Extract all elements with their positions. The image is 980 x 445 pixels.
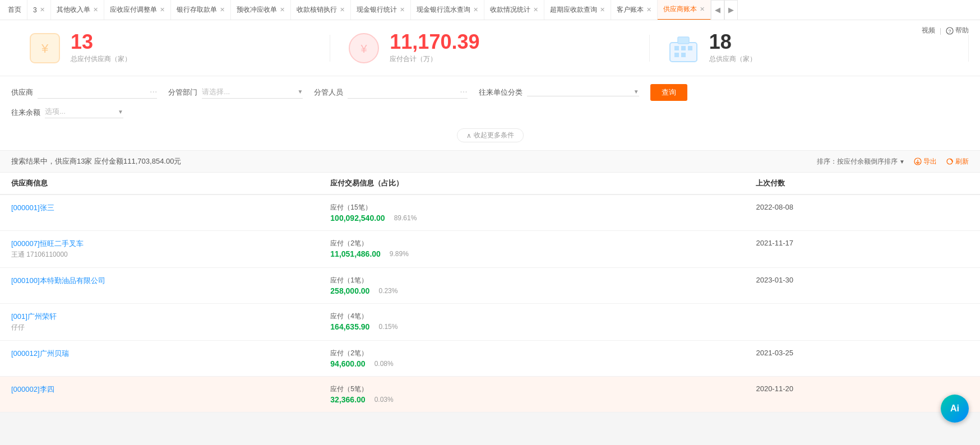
trans-percent: 0.15% <box>378 323 397 331</box>
filter-person: 分管人员 ··· <box>314 87 467 99</box>
collapse-button[interactable]: ∧ 收起更多条件 <box>457 128 524 142</box>
supplier-input[interactable] <box>38 87 150 96</box>
close-icon[interactable]: ✕ <box>600 6 605 13</box>
close-icon[interactable]: ✕ <box>533 6 538 13</box>
payable-amount-content: 11,170.39 应付合计（万） <box>390 32 479 64</box>
transaction-info: 应付（1笔） 258,000.00 0.23% <box>330 276 756 295</box>
nav-tab-receipt-stats[interactable]: 收款情况统计 ✕ <box>484 0 544 20</box>
table-row[interactable]: [000012]广州贝瑞 应付（2笔） 94,600.00 0.08% 2021… <box>0 341 980 377</box>
table-row[interactable]: [001]广州荣轩 仔仔 应付（4笔） 164,635.90 0.15% <box>0 304 980 341</box>
close-icon[interactable]: ✕ <box>646 6 651 13</box>
table-row[interactable]: [000100]本特勤油品有限公司 应付（1笔） 258,000.00 0.23… <box>0 268 980 304</box>
collapse-label: 收起更多条件 <box>474 131 514 140</box>
col-header-transaction: 应付交易信息（占比） <box>330 178 756 188</box>
supplier-link[interactable]: [000012]广州贝瑞 <box>11 349 69 358</box>
svg-text:¥: ¥ <box>41 41 49 55</box>
trans-row: 100,092,540.00 89.61% <box>330 214 756 222</box>
help-link[interactable]: ? 帮助 <box>946 26 969 35</box>
video-link[interactable]: 视频 <box>922 26 935 35</box>
svg-rect-10 <box>678 37 689 44</box>
trans-row: 11,051,486.00 9.89% <box>330 249 756 258</box>
trans-amount[interactable]: 32,366.00 <box>330 395 365 404</box>
table-row[interactable]: [000007]恒旺二手叉车 王通 17106110000 应付（2笔） 11,… <box>0 231 980 268</box>
table-row[interactable]: [000001]张三 应付（15笔） 100,092,540.00 89.61%… <box>0 195 980 231</box>
ai-button[interactable]: Ai <box>941 395 969 423</box>
filter-row-2: 往来余额 选项... ▼ <box>11 106 969 118</box>
person-input[interactable] <box>348 87 460 96</box>
nav-tab-other-income[interactable]: 其他收入单 ✕ <box>51 0 104 20</box>
category-label: 往来单位分类 <box>479 87 523 98</box>
supplier-info: [000007]恒旺二手叉车 王通 17106110000 <box>11 239 330 259</box>
trans-amount[interactable]: 100,092,540.00 <box>330 214 385 222</box>
nav-tab-cash-bank-flow[interactable]: 现金银行流水查询 ✕ <box>411 0 484 20</box>
trans-percent: 0.23% <box>378 287 397 295</box>
trans-amount[interactable]: 258,000.00 <box>330 286 369 295</box>
top-navigation: 首页 3 ✕ 其他收入单 ✕ 应收应付调整单 ✕ 银行存取款单 ✕ 预收冲应收单… <box>0 0 980 20</box>
nav-tab-overdue-ar[interactable]: 超期应收款查询 ✕ <box>544 0 611 20</box>
sort-label[interactable]: 排序：按应付余额倒序排序 ▼ <box>817 157 905 166</box>
close-icon[interactable]: ✕ <box>473 6 478 13</box>
close-icon[interactable]: ✕ <box>700 6 705 13</box>
close-icon[interactable]: ✕ <box>40 6 45 13</box>
filter-area: 供应商 ··· 分管部门 请选择... ▼ 分管人员 ··· 往来单位分类 <box>0 76 980 151</box>
trans-amount[interactable]: 164,635.90 <box>330 322 369 331</box>
result-summary: 搜索结果中，供应商13家 应付金额111,703,854.00元 排序：按应付余… <box>0 151 980 173</box>
last-pay: 2022-08-08 <box>756 203 969 211</box>
nav-tab-home[interactable]: 首页 <box>2 0 27 20</box>
nav-tab-supplier-ledger[interactable]: 供应商账本 ✕ <box>658 0 711 20</box>
category-select[interactable]: ▼ <box>527 89 639 96</box>
close-icon[interactable]: ✕ <box>340 6 345 13</box>
nav-tab-ar-ap-adjust[interactable]: 应收应付调整单 ✕ <box>104 0 171 20</box>
nav-tab-bank-deposit[interactable]: 银行存取款单 ✕ <box>171 0 231 20</box>
nav-tab-3[interactable]: 3 ✕ <box>27 0 51 20</box>
close-icon[interactable]: ✕ <box>220 6 225 13</box>
trans-amount[interactable]: 94,600.00 <box>330 359 365 368</box>
close-icon[interactable]: ✕ <box>160 6 165 13</box>
table-row[interactable]: [000002]李四 应付（5笔） 32,366.00 0.03% 2020-1… <box>0 377 980 412</box>
balance-select[interactable]: 选项... ▼ <box>45 106 123 118</box>
nav-tab-receipt-verify[interactable]: 收款核销执行 ✕ <box>291 0 351 20</box>
category-dropdown-icon: ▼ <box>634 89 639 95</box>
trans-percent: 0.08% <box>375 360 394 368</box>
search-button[interactable]: 查询 <box>650 84 687 101</box>
payable-amount-value: 11,170.39 <box>390 32 479 52</box>
nav-scroll-left[interactable]: ◀ <box>711 0 724 20</box>
last-pay-date: 2021-03-25 <box>756 349 793 357</box>
export-button[interactable]: 导出 <box>914 157 937 166</box>
filter-dept: 分管部门 请选择... ▼ <box>168 87 303 99</box>
close-icon[interactable]: ✕ <box>93 6 98 13</box>
nav-tab-prepay-offset[interactable]: 预收冲应收单 ✕ <box>231 0 291 20</box>
nav-scroll-right[interactable]: ▶ <box>724 0 738 20</box>
last-pay-date: 2022-08-08 <box>756 203 793 211</box>
trans-amount[interactable]: 11,051,486.00 <box>330 249 381 258</box>
person-label: 分管人员 <box>314 87 343 98</box>
col-header-lastpay: 上次付数 <box>756 178 969 188</box>
nav-tab-customer-ledger[interactable]: 客户账本 ✕ <box>611 0 658 20</box>
transaction-info: 应付（4笔） 164,635.90 0.15% <box>330 312 756 331</box>
supplier-link[interactable]: [001]广州荣轩 <box>11 312 57 321</box>
supplier-link[interactable]: [000001]张三 <box>11 203 54 212</box>
top-right-actions: 视频 | ? 帮助 <box>922 26 969 35</box>
supplier-contact: 仔仔 <box>11 323 330 332</box>
payable-amount-label: 应付合计（万） <box>390 54 479 64</box>
svg-rect-4 <box>670 43 697 62</box>
supplier-input-wrapper[interactable]: ··· <box>38 87 157 99</box>
supplier-link[interactable]: [000007]恒旺二手叉车 <box>11 239 84 248</box>
svg-text:¥: ¥ <box>360 43 368 55</box>
refresh-button[interactable]: 刷新 <box>946 157 969 166</box>
payable-suppliers-count: 13 <box>71 32 131 52</box>
supplier-link[interactable]: [000100]本特勤油品有限公司 <box>11 276 105 285</box>
close-icon[interactable]: ✕ <box>400 6 405 13</box>
payable-suppliers-label: 总应付供应商（家） <box>71 54 131 64</box>
trans-row: 94,600.00 0.08% <box>330 359 756 368</box>
close-icon[interactable]: ✕ <box>280 6 285 13</box>
trans-row: 164,635.90 0.15% <box>330 322 756 331</box>
table-rows: [000001]张三 应付（15笔） 100,092,540.00 89.61%… <box>0 195 980 412</box>
trans-count: 应付（4笔） <box>330 312 756 321</box>
person-input-wrapper[interactable]: ··· <box>348 87 467 99</box>
export-icon <box>914 157 922 165</box>
dept-select[interactable]: 请选择... ▼ <box>202 87 303 99</box>
supplier-link[interactable]: [000002]李四 <box>11 385 54 393</box>
stat-payable-suppliers: ¥ 13 总应付供应商（家） <box>11 31 330 65</box>
nav-tab-cash-bank-stats[interactable]: 现金银行统计 ✕ <box>351 0 411 20</box>
